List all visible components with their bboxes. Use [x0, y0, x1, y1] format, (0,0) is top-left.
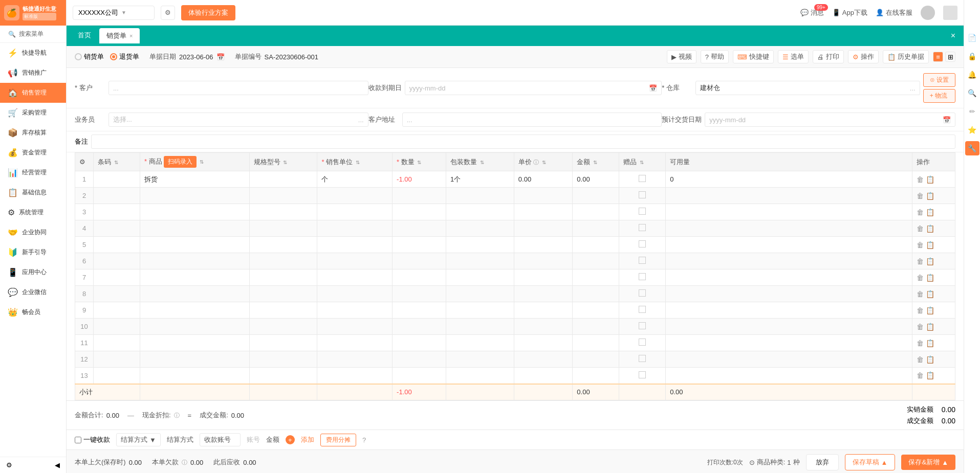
th-unit-sort[interactable]: ⇅ [356, 160, 360, 165]
logistics-button[interactable]: + 物流 [923, 89, 955, 103]
row-product[interactable] [140, 286, 249, 302]
row-amount[interactable] [573, 368, 619, 384]
row-gift[interactable] [619, 286, 666, 302]
row-barcode[interactable] [94, 368, 140, 384]
row-gift[interactable] [619, 335, 666, 351]
row-product[interactable] [140, 237, 249, 253]
row-unit[interactable]: 个 [317, 171, 393, 188]
row-spec[interactable] [249, 220, 317, 237]
row-unit[interactable] [317, 368, 393, 384]
row-spec[interactable] [249, 286, 317, 302]
row-barcode[interactable] [94, 253, 140, 269]
row-unit[interactable] [317, 351, 393, 368]
discard-button[interactable]: 放弃 [806, 454, 839, 470]
row-unit-price[interactable]: 0.00 [514, 171, 572, 188]
row-unit-price[interactable] [514, 351, 572, 368]
row-amount[interactable] [573, 204, 619, 220]
expected-delivery-calendar-icon[interactable]: 📅 [943, 116, 951, 124]
gift-checkbox[interactable] [639, 306, 646, 313]
row-product[interactable] [140, 368, 249, 384]
row-quantity[interactable] [393, 237, 446, 253]
tab-home[interactable]: 首页 [71, 27, 98, 45]
row-product[interactable]: 拆货 [140, 171, 249, 188]
delete-row-icon[interactable]: 🗑 [917, 224, 924, 233]
search-menu[interactable]: 🔍 搜索菜单 [0, 26, 66, 43]
row-pack-qty[interactable] [446, 253, 514, 269]
th-unit-price-sort[interactable]: ⇅ [542, 160, 546, 165]
sidebar-item-basic[interactable]: 📋 基础信息 [0, 183, 66, 202]
row-gift[interactable] [619, 253, 666, 269]
operate-btn[interactable]: ⚙ 操作 [848, 50, 879, 63]
sidebar-item-quick-nav[interactable]: ⚡ 快捷导航 [0, 43, 66, 63]
th-settings[interactable]: ⚙ [75, 153, 94, 171]
save-new-button[interactable]: 保存&新增 ▲ [901, 455, 955, 470]
trial-button[interactable]: 体验行业方案 [181, 5, 235, 20]
video-btn[interactable]: ▶ 视频 [667, 50, 696, 63]
collection-date-input[interactable]: yyyy-mm-dd 📅 [405, 81, 662, 95]
row-quantity[interactable] [393, 302, 446, 319]
gift-checkbox[interactable] [639, 191, 646, 198]
row-barcode[interactable] [94, 286, 140, 302]
gift-checkbox[interactable] [639, 240, 646, 247]
row-gift[interactable] [619, 351, 666, 368]
row-gift[interactable] [619, 220, 666, 237]
th-product-sort[interactable]: ⇅ [200, 159, 204, 165]
sidebar-item-member[interactable]: 👑 畅会员 [0, 302, 66, 322]
right-tool-3[interactable]: 🔔 [965, 67, 979, 82]
row-spec[interactable] [249, 188, 317, 204]
sidebar-item-inventory[interactable]: 📦 库存核算 [0, 123, 66, 143]
th-pack-qty-sort[interactable]: ⇅ [480, 160, 484, 165]
user-avatar[interactable] [921, 6, 935, 20]
grid-view-btn[interactable]: ⊞ [945, 52, 955, 62]
gift-checkbox[interactable] [639, 289, 646, 297]
delete-row-icon[interactable]: 🗑 [917, 355, 924, 364]
gift-checkbox[interactable] [639, 257, 646, 264]
row-quantity[interactable] [393, 253, 446, 269]
expected-delivery-input[interactable]: yyyy-mm-dd 📅 [705, 112, 955, 127]
row-product[interactable] [140, 269, 249, 286]
row-amount[interactable] [573, 286, 619, 302]
sidebar-item-marketing[interactable]: 📢 营销推广 [0, 63, 66, 83]
row-unit-price[interactable] [514, 220, 572, 237]
row-amount[interactable] [573, 351, 619, 368]
online-service-button[interactable]: 👤 在线客服 [876, 8, 912, 17]
row-pack-qty[interactable] [446, 368, 514, 384]
row-barcode[interactable] [94, 335, 140, 351]
row-amount[interactable] [573, 319, 619, 335]
row-product[interactable] [140, 220, 249, 237]
row-quantity[interactable] [393, 368, 446, 384]
expense-question-icon[interactable]: ? [362, 436, 366, 444]
right-tool-6[interactable]: ⭐ [965, 123, 979, 137]
row-unit[interactable] [317, 220, 393, 237]
sidebar-item-sales[interactable]: 🏠 销售管理 [0, 83, 66, 103]
delete-row-icon[interactable]: 🗑 [917, 208, 924, 216]
order-no-value[interactable]: SA-20230606-001 [265, 53, 319, 61]
add-payment-button[interactable]: + [286, 435, 295, 444]
row-product[interactable] [140, 253, 249, 269]
row-spec[interactable] [249, 351, 317, 368]
row-spec[interactable] [249, 368, 317, 384]
date-calendar-icon[interactable]: 📅 [216, 53, 225, 61]
gift-checkbox[interactable] [639, 175, 646, 182]
app-download-button[interactable]: 📱 App下载 [832, 8, 867, 17]
company-selector[interactable]: XXXXXX公司 ▼ [73, 6, 155, 20]
row-spec[interactable] [249, 319, 317, 335]
sidebar-item-purchase[interactable]: 🛒 采购管理 [0, 103, 66, 123]
delete-row-icon[interactable]: 🗑 [917, 306, 924, 314]
sidebar-item-guide[interactable]: 🔰 新手引导 [0, 242, 66, 262]
row-spec[interactable] [249, 302, 317, 319]
row-quantity[interactable] [393, 286, 446, 302]
delete-row-icon[interactable]: 🗑 [917, 339, 924, 347]
copy-row-icon[interactable]: 📋 [926, 274, 934, 282]
row-quantity[interactable] [393, 319, 446, 335]
row-pack-qty[interactable] [446, 302, 514, 319]
delete-row-icon[interactable]: 🗑 [917, 371, 924, 379]
user-menu[interactable] [943, 6, 957, 20]
copy-row-icon[interactable]: 📋 [926, 339, 934, 347]
row-product[interactable] [140, 204, 249, 220]
sidebar-item-system[interactable]: ⚙ 系统管理 [0, 202, 66, 222]
row-gift[interactable] [619, 171, 666, 188]
row-unit[interactable] [317, 319, 393, 335]
gift-checkbox[interactable] [639, 224, 646, 231]
th-amount-sort[interactable]: ⇅ [593, 160, 597, 165]
